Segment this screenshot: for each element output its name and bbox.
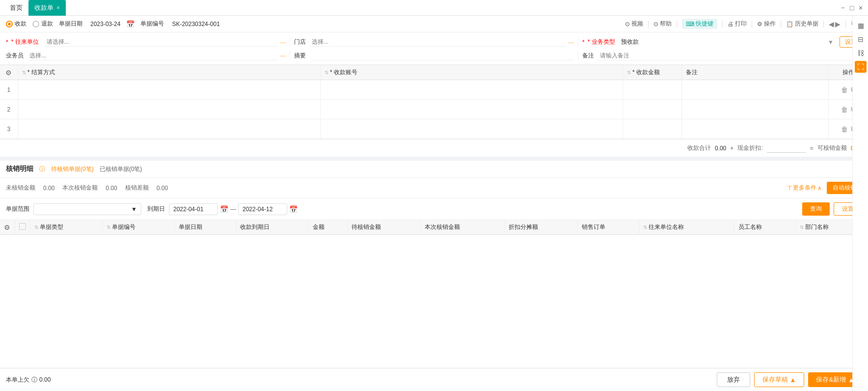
sort-icon-from[interactable]: ⇅ [643, 224, 647, 230]
sidebar-layers-icon[interactable]: ⊟ [855, 33, 867, 45]
tab-close-icon[interactable]: × [56, 4, 60, 11]
row-1-remark[interactable] [681, 80, 828, 100]
row-2-num: 2 [0, 100, 18, 119]
filter-row: 单据范围 ▼ 到期日 📅 — 📅 查询 设置 [0, 198, 868, 220]
receipt-table: ⚙ ⇅ * 结算方式 ⇅ * 收款账号 ⇅ * 收款金额 [0, 65, 868, 139]
operation-button[interactable]: ⚙ 操作 [757, 20, 776, 28]
close-button[interactable]: × [857, 4, 864, 11]
hexiao-section: 核销明细 ⓘ 待核销单据(0笔) 已核销单据(0笔) 未核销金额 0.00 本次… [0, 161, 868, 368]
hexiao-col-from-header: ⇅ 往来单位名称 [639, 220, 734, 235]
divider3 [722, 21, 723, 28]
pending-tab[interactable]: 待核销单据(0笔) [51, 165, 94, 173]
section-divider [0, 157, 868, 161]
main-content: 收款 退款 单据日期 2023-03-24 📅 单据编号 SK-20230324… [0, 16, 868, 391]
hexiao-col-pending-header: 待核销金额 [348, 220, 420, 235]
row-1-delete-icon[interactable]: 🗑 [841, 86, 848, 94]
sidebar-table-icon[interactable]: ▦ [855, 20, 867, 31]
nav-next-icon[interactable]: ▶ [835, 20, 841, 28]
range-select[interactable]: ▼ [33, 203, 141, 215]
hexiao-info-icon[interactable]: ⓘ [39, 165, 45, 173]
radio-refund[interactable]: 退款 [32, 20, 53, 28]
row-1-amount[interactable] [623, 80, 681, 100]
row-2-account[interactable] [320, 100, 623, 119]
cal-end-icon[interactable]: 📅 [289, 205, 298, 213]
hexiao-col-number-label: 单据编号 [112, 223, 136, 230]
this-order-stat: 本单上欠 ⓘ 0.00 [6, 376, 51, 384]
sort-icon-dept[interactable]: ⇅ [800, 224, 804, 230]
sort-icon-amount[interactable]: ⇅ [627, 70, 631, 75]
biz-type-arrow-icon[interactable]: ▼ [828, 39, 834, 46]
tab-home[interactable]: 首页 [4, 0, 28, 16]
done-tab[interactable]: 已核销单据(0笔) [100, 165, 142, 173]
calendar-icon[interactable]: 📅 [126, 20, 135, 28]
cash-discount-input[interactable] [767, 143, 806, 153]
table-gear-icon[interactable]: ⚙ [5, 69, 12, 77]
store-input[interactable] [310, 37, 566, 47]
hexiao-col-due-label: 收款到期日 [240, 223, 270, 230]
hexiao-header-row: ⚙ ⇅ 单据类型 ⇅ 单据编号 [0, 220, 868, 235]
remarks-input[interactable] [598, 51, 862, 60]
this-order-info-icon[interactable]: ⓘ [31, 376, 37, 384]
from-unit-input[interactable] [45, 37, 278, 47]
minimize-button[interactable]: － [840, 4, 846, 11]
sidebar-screenshot-icon[interactable]: ⛶ [855, 61, 867, 73]
toolbar-right: ⊙ 视频 ⊙ 帮助 ⌨ 快捷键 🖨 打印 [625, 19, 862, 29]
row-2-amount[interactable] [623, 100, 681, 119]
row-1-settlement[interactable] [18, 80, 320, 100]
abandon-button[interactable]: 放弃 [717, 372, 750, 387]
summary-input[interactable] [310, 51, 574, 60]
row-1-account[interactable] [320, 80, 623, 100]
shortcut-button[interactable]: ⌨ 快捷键 [682, 19, 717, 29]
row-2-delete-icon[interactable]: 🗑 [841, 106, 848, 113]
unverified-label: 未核销金额 [6, 184, 35, 192]
video-button[interactable]: ⊙ 视频 [625, 20, 643, 28]
row-3-delete-icon[interactable]: 🗑 [841, 125, 848, 133]
sort-icon-account[interactable]: ⇅ [325, 70, 328, 75]
due-date-start-input[interactable] [169, 203, 218, 215]
row-2-settlement[interactable] [18, 100, 320, 119]
number-value: SK-20230324-001 [172, 21, 219, 28]
staff-input[interactable] [27, 51, 278, 60]
row-3-settlement[interactable] [18, 119, 320, 139]
summary-field: 摘要 [294, 51, 574, 60]
more-conditions-button[interactable]: ⊤ 更多条件 ∧ [787, 184, 822, 192]
row-3-num: 3 [0, 119, 18, 139]
sidebar-link-icon[interactable]: ⛓ [855, 47, 867, 59]
history-label: 历史单据 [795, 20, 818, 28]
form-row-2: 业务员 ··· 摘要 备注 [6, 51, 862, 60]
sort-icon-type[interactable]: ⇅ [34, 224, 38, 230]
nav-prev-icon[interactable]: ◀ [829, 20, 834, 28]
radio-receipt[interactable]: 收款 [6, 20, 27, 28]
row-3-account[interactable] [320, 119, 623, 139]
row-3-remark[interactable] [681, 119, 828, 139]
nav-arrows: ◀ ▶ [829, 20, 841, 28]
tab-receipt[interactable]: 收款单 × [28, 0, 66, 16]
history-button[interactable]: 📋 历史单据 [786, 20, 818, 28]
hexiao-gear-icon[interactable]: ⚙ [4, 223, 10, 231]
date-label: 单据日期 [59, 20, 82, 28]
hexiao-col-current-header: 本次核销金额 [420, 220, 505, 235]
biz-type-label: * 业务类型 [588, 38, 615, 46]
store-more-icon[interactable]: ··· [568, 38, 574, 46]
row-3-amount[interactable] [623, 119, 681, 139]
maximize-button[interactable]: □ [848, 4, 855, 11]
sort-icon-number[interactable]: ⇅ [107, 224, 110, 230]
biz-type-value: 预收款 [619, 37, 826, 47]
row-2-remark[interactable] [681, 100, 828, 119]
radio-receipt-dot [6, 21, 13, 28]
save-draft-button[interactable]: 保存草稿 ▲ [754, 372, 805, 387]
video-label: 视频 [631, 20, 643, 28]
hexiao-col-amount-header: 金额 [309, 220, 348, 235]
from-unit-more-icon[interactable]: ··· [280, 38, 286, 46]
query-button[interactable]: 查询 [802, 202, 830, 216]
help-icon: ⊙ [653, 21, 658, 28]
due-date-end-input[interactable] [238, 203, 287, 215]
help-button[interactable]: ⊙ 帮助 [653, 20, 672, 28]
cal-start-icon[interactable]: 📅 [220, 205, 228, 213]
save-new-label: 保存&新增 [816, 375, 846, 384]
print-button[interactable]: 🖨 打印 [728, 20, 747, 28]
select-all-checkbox[interactable] [19, 223, 26, 230]
staff-more-icon[interactable]: ··· [280, 52, 286, 59]
sort-icon-settlement[interactable]: ⇅ [22, 70, 26, 75]
this-order-label: 本单上欠 [6, 376, 29, 384]
